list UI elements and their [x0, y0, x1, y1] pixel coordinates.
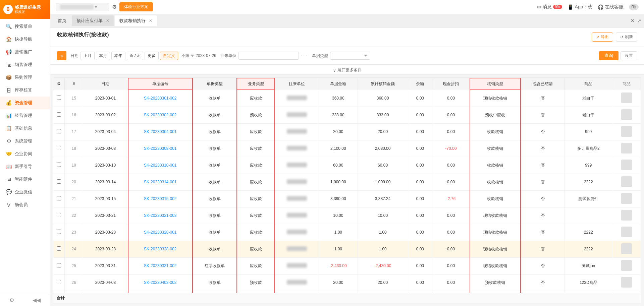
col-partner[interactable]: 往来单位 [275, 78, 319, 90]
col-goods[interactable]: 商品 [565, 78, 612, 90]
voucher-no-link[interactable]: SK-20230310-001 [144, 163, 176, 168]
voucher-no-link[interactable]: SK-20230328-001 [144, 230, 176, 235]
row-checkbox[interactable] [57, 163, 61, 167]
user-avatar[interactable]: Rit [629, 4, 639, 10]
cell-voucher-no[interactable]: SK-20230304-001 [128, 123, 193, 140]
query-button[interactable]: 查询 [599, 51, 619, 60]
sidebar-item-operations[interactable]: 📊经营管理 [0, 109, 50, 122]
date-btn-7days[interactable]: 近7天 [127, 52, 143, 60]
cell-voucher-no[interactable]: SK-20230315-002 [128, 190, 193, 207]
sidebar-item-sales[interactable]: 🛍销售管理 [0, 58, 50, 71]
col-balance[interactable]: 余额 [408, 78, 432, 90]
sidebar-item-system[interactable]: ⚙系统管理 [0, 135, 50, 147]
cell-gear[interactable] [53, 123, 65, 140]
cell-voucher-no[interactable]: SK-20230310-001 [128, 157, 193, 174]
dropdown-icon[interactable]: ▾ [95, 5, 97, 9]
sidebar-item-member[interactable]: V畅会员 [0, 198, 50, 211]
tab-home[interactable]: 首页 [53, 15, 71, 26]
sidebar-item-enterprise[interactable]: 🤝企业协同 [0, 147, 50, 160]
cell-gear[interactable] [53, 207, 65, 224]
tab-fullscreen[interactable]: ⤢ [637, 18, 641, 23]
cell-gear[interactable] [53, 241, 65, 257]
tab-close-all[interactable]: ✕ [631, 18, 635, 23]
voucher-no-link[interactable]: SK-20230314-001 [144, 180, 176, 184]
cell-voucher-no[interactable]: SK-20230321-003 [128, 207, 193, 224]
sidebar-item-basics[interactable]: 📋基础信息 [0, 122, 50, 135]
date-btn-custom[interactable]: 自定义 [160, 52, 178, 60]
sidebar-item-wechat[interactable]: 💬企业微信 [0, 186, 50, 198]
voucher-type-select[interactable]: 收款单 红字收款单 [330, 52, 370, 60]
col-amount[interactable]: 单据金额 [319, 78, 358, 90]
voucher-no-link[interactable]: SK-20230403-002 [144, 280, 176, 285]
voucher-no-link[interactable]: SK-20230331-002 [144, 263, 176, 268]
col-voucher-type[interactable]: 单据类型 [193, 78, 237, 90]
cell-gear[interactable] [53, 140, 65, 157]
sidebar-item-purchase[interactable]: 📦采购管理 [0, 71, 50, 84]
settings-bottom-icon[interactable]: ⚙ [9, 297, 14, 303]
cell-voucher-no[interactable]: SK-20230302-002 [128, 107, 193, 123]
cell-voucher-no[interactable]: SK-20230331-002 [128, 257, 193, 274]
gear-icon-topbar[interactable]: ⚙ [112, 4, 117, 10]
row-checkbox[interactable] [57, 280, 61, 284]
solution-button[interactable]: 体验行业方案 [119, 2, 153, 11]
cell-gear[interactable] [53, 174, 65, 190]
table-wrapper[interactable]: ⚙ # 日期 单据编号 单据类型 业务类型 往来单位 单据金额 累计核销金额 余… [53, 78, 641, 293]
date-btn-more[interactable]: 更多 [145, 52, 159, 60]
sidebar-item-inventory[interactable]: 🗄库存核算 [0, 84, 50, 97]
col-gear[interactable]: ⚙ [53, 78, 65, 90]
cell-gear[interactable] [53, 107, 65, 123]
sidebar-item-guide[interactable]: 📖新手引导 [0, 160, 50, 173]
row-checkbox[interactable] [57, 213, 61, 217]
cell-gear[interactable] [53, 224, 65, 241]
col-biz-type[interactable]: 业务类型 [237, 78, 275, 90]
sidebar-item-search[interactable]: 🔍搜索菜单 [0, 20, 50, 33]
cell-gear[interactable] [53, 274, 65, 291]
voucher-no-link[interactable]: SK-20230302-002 [144, 113, 176, 117]
cell-gear[interactable] [53, 157, 65, 174]
date-btn-this-month[interactable]: 本月 [96, 52, 110, 60]
col-cash-discount[interactable]: 现金折扣 [432, 78, 470, 90]
tab-collection[interactable]: 收款核销执行 ✕ [115, 15, 157, 26]
row-checkbox[interactable] [57, 263, 61, 267]
col-cancel-type[interactable]: 核销类型 [470, 78, 521, 90]
date-btn-last-month[interactable]: 上月 [80, 52, 95, 60]
cell-voucher-no[interactable]: SK-20230403-002 [128, 274, 193, 291]
voucher-no-link[interactable]: SK-20230304-001 [144, 129, 176, 134]
voucher-no-link[interactable]: SK-20230315-002 [144, 196, 176, 201]
cell-gear[interactable] [53, 190, 65, 207]
voucher-no-link[interactable]: SK-20230308-001 [144, 146, 176, 151]
row-checkbox[interactable] [57, 179, 61, 184]
cell-voucher-no[interactable]: SK-20230314-001 [128, 174, 193, 190]
row-checkbox[interactable] [57, 230, 61, 234]
export-button[interactable]: ↗ 导出 [592, 33, 613, 42]
filter-settings-button[interactable]: 设置 [621, 51, 637, 60]
sidebar-item-quick-nav[interactable]: 🏠快捷导航 [0, 33, 50, 46]
sidebar-item-hardware[interactable]: 🖥智能硬件 [0, 173, 50, 186]
tab-prepay-close[interactable]: ✕ [106, 18, 109, 23]
partner-input[interactable] [238, 52, 299, 60]
date-btn-this-year[interactable]: 本年 [111, 52, 125, 60]
cell-voucher-no[interactable]: SK-20230301-002 [128, 90, 193, 107]
row-checkbox[interactable] [57, 96, 61, 100]
sidebar-item-marketing[interactable]: 📢营销推广 [0, 46, 50, 58]
cell-voucher-no[interactable]: SK-20230328-002 [128, 241, 193, 257]
cell-gear[interactable] [53, 257, 65, 274]
message-button[interactable]: ✉ 消息 99+ [537, 4, 562, 10]
col-cancel-amount[interactable]: 累计核销金额 [358, 78, 408, 90]
col-voucher-no[interactable]: 单据编号 [128, 78, 193, 90]
col-include-cleared[interactable]: 包含已结清 [521, 78, 565, 90]
app-download-button[interactable]: 📱 App下载 [568, 4, 592, 10]
filter-toggle-button[interactable]: » [57, 51, 66, 60]
cell-voucher-no[interactable]: SK-20230308-001 [128, 140, 193, 157]
sidebar-item-finance[interactable]: 💰资金管理 [0, 97, 50, 109]
row-checkbox[interactable] [57, 196, 61, 200]
row-checkbox[interactable] [57, 112, 61, 117]
cell-gear[interactable] [53, 90, 65, 107]
tab-prepay[interactable]: 预计应应付单 ✕ [72, 15, 114, 26]
collapse-icon[interactable]: ◀◀ [33, 297, 41, 303]
expand-more-btn[interactable]: ∨ 展开更多条件 [333, 67, 362, 73]
row-checkbox[interactable] [57, 246, 61, 251]
voucher-no-link[interactable]: SK-20230301-002 [144, 96, 176, 101]
tab-collection-close[interactable]: ✕ [149, 18, 152, 23]
col-date[interactable]: 日期 [83, 78, 128, 90]
